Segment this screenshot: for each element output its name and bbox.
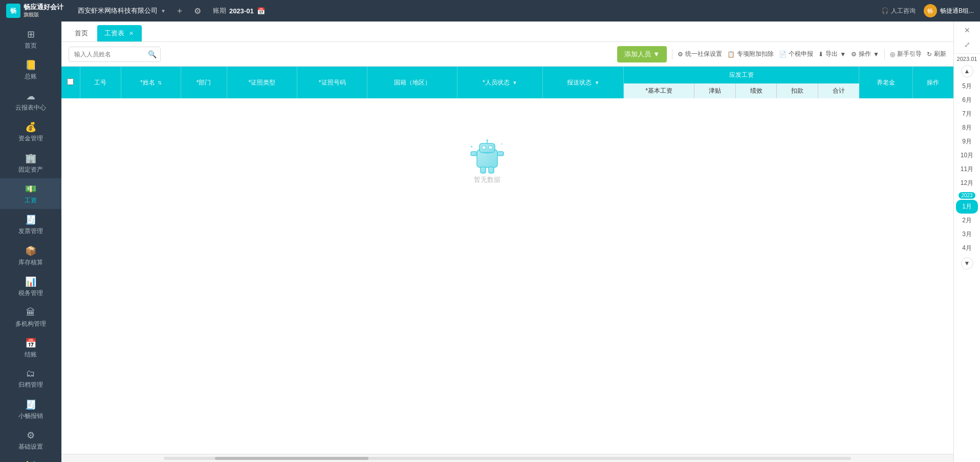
- th-report-status[interactable]: 报送状态 ▼: [543, 67, 624, 98]
- month-item-8[interactable]: 8月: [954, 121, 980, 135]
- sidebar-item-archive[interactable]: 🗂 归档管理: [0, 363, 61, 393]
- month-item-12[interactable]: 12月: [954, 176, 980, 190]
- sidebar-label-home: 首页: [25, 42, 37, 49]
- fund-icon: 💰: [25, 121, 36, 133]
- panel-expand-btn[interactable]: ⤢: [954, 38, 980, 51]
- panel-nav-down[interactable]: ▼: [961, 257, 973, 269]
- sidebar-item-cloud-report[interactable]: ☁ 云报表中心: [0, 86, 61, 116]
- sidebar-item-expense[interactable]: 🧾 小畅报销: [0, 394, 61, 425]
- empty-row: ✦ ✦ 暂无数据: [61, 98, 953, 225]
- th-name[interactable]: *姓名 ⇅: [121, 67, 181, 98]
- user-info[interactable]: 畅 畅捷通B组...: [924, 4, 974, 17]
- table-body: ✦ ✦ 暂无数据: [61, 98, 953, 225]
- month-item-10[interactable]: 10月: [954, 149, 980, 162]
- export-btn[interactable]: ⬇ 导出 ▼: [818, 50, 846, 58]
- bottom-scrollbar[interactable]: [61, 454, 953, 462]
- scroll-thumb[interactable]: [215, 457, 368, 460]
- month-item-6[interactable]: 6月: [954, 93, 980, 107]
- tab-home-label: 首页: [75, 29, 88, 38]
- table-container: 工号 *姓名 ⇅ *部门 *证照类型 *证照号码: [61, 67, 953, 454]
- export-dropdown-icon: ▼: [840, 51, 846, 58]
- search-icon[interactable]: 🔍: [148, 50, 157, 58]
- sidebar-label-salary: 工资: [25, 197, 37, 204]
- header-actions: ＋ ⚙: [173, 5, 204, 17]
- support-label: 人工咨询: [891, 7, 916, 15]
- salary-table: 工号 *姓名 ⇅ *部门 *证照类型 *证照号码: [61, 67, 953, 225]
- th-insurance: 养老金: [859, 67, 912, 98]
- sidebar-item-tax[interactable]: 📊 税务管理: [0, 271, 61, 302]
- select-all-checkbox[interactable]: [67, 78, 74, 85]
- month-item-jan[interactable]: 1月: [956, 200, 978, 214]
- sidebar-item-close[interactable]: 📅 结账: [0, 332, 61, 363]
- logo-area: 畅 畅应通好会计 旗舰版: [6, 3, 68, 18]
- month-item-7[interactable]: 7月: [954, 107, 980, 121]
- settings-sidebar-icon: ⚙: [27, 430, 35, 441]
- sidebar-item-ledger[interactable]: 📒 总账: [0, 54, 61, 85]
- sidebar-item-guide[interactable]: 🔰 新手引导: [0, 455, 61, 462]
- th-status[interactable]: *人员状态 ▼: [457, 67, 542, 98]
- add-person-dropdown-icon: ▼: [653, 50, 660, 58]
- refresh-btn[interactable]: ↻ 刷新: [927, 50, 946, 58]
- panel-nav-up[interactable]: ▲: [961, 65, 973, 77]
- th-allowance: 津贴: [694, 83, 735, 98]
- sidebar-label-settings: 基础设置: [18, 443, 43, 450]
- scroll-track[interactable]: [164, 457, 851, 460]
- right-panel: ✕ ⤢ 2023.01 ▲ 5月 6月 7月 8月 9月 10月 11月 1: [953, 22, 980, 462]
- social-insurance-btn[interactable]: ⚙ 统一社保设置: [678, 50, 722, 58]
- operation-dropdown-icon: ▼: [873, 51, 879, 58]
- sidebar-item-fund[interactable]: 💰 资金管理: [0, 116, 61, 147]
- new-guide-btn[interactable]: ◎ 新手引导: [890, 50, 922, 58]
- tax-report-label: 个税申报: [789, 50, 813, 58]
- sidebar-item-home[interactable]: ⊞ 首页: [0, 24, 61, 54]
- add-company-btn[interactable]: ＋: [173, 5, 186, 17]
- operation-btn[interactable]: ⚙ 操作 ▼: [851, 50, 879, 58]
- calendar-icon[interactable]: 📅: [257, 7, 265, 15]
- sidebar-label-fund: 资金管理: [18, 135, 43, 142]
- th-checkbox[interactable]: [61, 67, 80, 98]
- month-item-apr[interactable]: 4月: [954, 241, 980, 255]
- tab-home[interactable]: 首页: [68, 25, 95, 41]
- th-total: 合计: [818, 83, 859, 98]
- top-right: 🎧 人工咨询 畅 畅捷通B组...: [881, 4, 974, 17]
- sidebar-label-close: 结账: [25, 351, 37, 358]
- sidebar-item-salary[interactable]: 💵 工资: [0, 178, 61, 209]
- refresh-icon: ↻: [927, 51, 932, 58]
- company-dropdown-icon: ▼: [161, 8, 166, 14]
- sidebar-item-fixed-asset[interactable]: 🏢 固定资产: [0, 148, 61, 178]
- sidebar-item-invoice[interactable]: 🧾 发票管理: [0, 209, 61, 240]
- sep2: [884, 49, 885, 59]
- tax-report-btn[interactable]: 📄 个税申报: [779, 50, 813, 58]
- tab-salary[interactable]: 工资表 ✕: [97, 25, 142, 41]
- svg-rect-7: [497, 152, 504, 156]
- settings-btn[interactable]: ⚙: [191, 5, 204, 17]
- special-deduction-btn[interactable]: 📋 专项附加扣除: [727, 50, 774, 58]
- month-item-9[interactable]: 9月: [954, 135, 980, 149]
- main-layout: ⊞ 首页 📒 总账 ☁ 云报表中心 💰 资金管理 🏢 固定资产 💵 工资 🧾 发…: [0, 22, 980, 462]
- sidebar-item-inventory[interactable]: 📦 库存核算: [0, 240, 61, 271]
- month-item-mar[interactable]: 3月: [954, 227, 980, 241]
- search-input[interactable]: [69, 47, 161, 62]
- archive-icon: 🗂: [26, 368, 35, 379]
- sidebar-label-fixed: 固定资产: [18, 166, 43, 173]
- sidebar-label-invoice: 发票管理: [18, 227, 43, 235]
- operation-label: 操作: [859, 50, 871, 58]
- month-item-11[interactable]: 11月: [954, 162, 980, 176]
- export-icon: ⬇: [818, 51, 823, 58]
- sidebar-item-multi-org[interactable]: 🏛 多机构管理: [0, 302, 61, 332]
- support-btn[interactable]: 🎧 人工咨询: [881, 7, 916, 15]
- sidebar-label-archive: 归档管理: [18, 381, 43, 388]
- month-item-feb[interactable]: 2月: [954, 214, 980, 227]
- panel-header-date: 2023.01: [954, 54, 980, 63]
- app-subtitle: 旗舰版: [24, 11, 63, 18]
- add-person-btn[interactable]: 添加人员 ▼: [617, 46, 667, 62]
- empty-text: 暂无数据: [474, 175, 500, 184]
- sidebar-item-settings[interactable]: ⚙ 基础设置: [0, 425, 61, 455]
- panel-close-btn[interactable]: ✕: [954, 24, 980, 37]
- inventory-icon: 📦: [25, 245, 36, 257]
- social-insurance-label: 统一社保设置: [685, 50, 722, 58]
- tab-close-btn[interactable]: ✕: [127, 30, 135, 37]
- empty-robot-icon: ✦ ✦: [467, 139, 508, 175]
- company-selector[interactable]: 西安虾米网络科技有限公司 ▼: [78, 6, 166, 15]
- month-item-5[interactable]: 5月: [954, 79, 980, 93]
- tax-icon: 📊: [25, 276, 36, 287]
